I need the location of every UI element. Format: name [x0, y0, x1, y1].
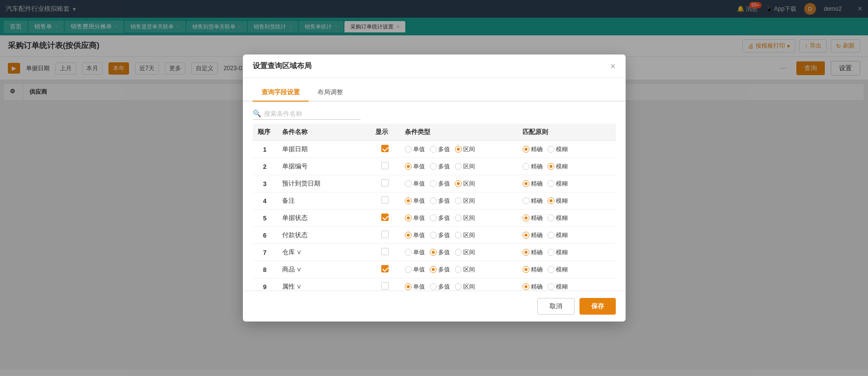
type-radio-单值[interactable]: 单值	[405, 266, 425, 274]
match-radio-模糊[interactable]: 模糊	[548, 180, 568, 188]
type-radio-多值[interactable]: 多值	[430, 283, 450, 291]
row-match-cell: 精确模糊	[518, 278, 616, 291]
display-checkbox[interactable]	[381, 231, 389, 238]
cancel-button[interactable]: 取消	[537, 298, 575, 315]
type-radio-区间[interactable]: 区间	[455, 266, 475, 274]
radio-circle	[548, 232, 554, 239]
row-display-cell	[370, 227, 400, 244]
match-radio-模糊[interactable]: 模糊	[548, 266, 568, 274]
type-radio-多值[interactable]: 多值	[430, 248, 450, 257]
type-radio-多值[interactable]: 多值	[430, 162, 450, 171]
radio-label: 模糊	[556, 231, 568, 240]
match-radio-精确[interactable]: 精确	[523, 248, 543, 257]
type-radio-单值[interactable]: 单值	[405, 214, 425, 222]
row-display-cell	[370, 261, 400, 278]
display-checkbox[interactable]	[381, 282, 389, 290]
match-radio-精确[interactable]: 精确	[523, 231, 543, 240]
type-radio-单值[interactable]: 单值	[405, 283, 425, 291]
radio-label: 精确	[531, 231, 543, 240]
type-radio-多值[interactable]: 多值	[430, 266, 450, 274]
type-radio-单值[interactable]: 单值	[405, 248, 425, 257]
match-radio-精确[interactable]: 精确	[523, 197, 543, 205]
type-radio-单值[interactable]: 单值	[405, 162, 425, 171]
display-checkbox[interactable]	[381, 162, 389, 169]
row-display-cell	[370, 175, 400, 192]
row-type-cell: 单值多值区间	[400, 244, 518, 261]
radio-label: 多值	[438, 145, 450, 154]
radio-label: 精确	[531, 248, 543, 257]
match-radio-模糊[interactable]: 模糊	[548, 162, 568, 171]
search-input[interactable]	[264, 110, 352, 117]
type-radio-多值[interactable]: 多值	[430, 231, 450, 240]
row-type-cell: 单值多值区间	[400, 210, 518, 227]
radio-circle	[430, 232, 437, 239]
match-radio-模糊[interactable]: 模糊	[548, 214, 568, 222]
type-radio-多值[interactable]: 多值	[430, 214, 450, 222]
radio-label: 模糊	[556, 197, 568, 205]
radio-label: 单值	[413, 162, 425, 171]
radio-circle	[548, 180, 554, 187]
radio-circle	[455, 232, 462, 239]
tab-layout-adjust[interactable]: 布局调整	[309, 84, 352, 102]
match-radio-模糊[interactable]: 模糊	[548, 197, 568, 205]
row-display-cell	[370, 141, 400, 158]
match-radio-模糊[interactable]: 模糊	[548, 145, 568, 154]
type-radio-区间[interactable]: 区间	[455, 145, 475, 154]
type-radio-区间[interactable]: 区间	[455, 283, 475, 291]
type-radio-多值[interactable]: 多值	[430, 145, 450, 154]
radio-circle	[455, 197, 462, 204]
table-row: 2单据编号单值多值区间精确模糊	[253, 158, 616, 175]
type-radio-单值[interactable]: 单值	[405, 180, 425, 188]
radio-circle	[405, 283, 412, 290]
col-order: 顺序	[253, 124, 277, 141]
row-order: 1	[253, 141, 277, 158]
row-order: 9	[253, 278, 277, 291]
modal-table-scroll: 顺序 条件名称 显示 条件类型 匹配原则 1单据日期单值多值区间精确模糊2单据编…	[253, 124, 616, 291]
radio-circle	[430, 249, 437, 256]
row-order: 6	[253, 227, 277, 244]
type-radio-区间[interactable]: 区间	[455, 162, 475, 171]
type-radio-多值[interactable]: 多值	[430, 180, 450, 188]
radio-circle	[523, 197, 529, 204]
col-name: 条件名称	[277, 124, 370, 141]
match-radio-模糊[interactable]: 模糊	[548, 248, 568, 257]
type-radio-区间[interactable]: 区间	[455, 231, 475, 240]
match-radio-精确[interactable]: 精确	[523, 162, 543, 171]
radio-circle	[455, 283, 462, 290]
display-checkbox[interactable]	[381, 248, 389, 255]
match-radio-模糊[interactable]: 模糊	[548, 231, 568, 240]
save-button[interactable]: 保存	[579, 298, 616, 315]
match-radio-精确[interactable]: 精确	[523, 145, 543, 154]
match-radio-精确[interactable]: 精确	[523, 283, 543, 291]
row-name: 仓库 ∨	[277, 244, 370, 261]
type-radio-区间[interactable]: 区间	[455, 180, 475, 188]
type-radio-单值[interactable]: 单值	[405, 145, 425, 154]
match-radio-精确[interactable]: 精确	[523, 214, 543, 222]
col-display: 显示	[370, 124, 400, 141]
tab-query-fields[interactable]: 查询字段设置	[253, 84, 309, 102]
radio-label: 单值	[413, 248, 425, 257]
match-radio-精确[interactable]: 精确	[523, 266, 543, 274]
display-checkbox[interactable]	[381, 196, 389, 204]
type-radio-区间[interactable]: 区间	[455, 214, 475, 222]
type-radio-单值[interactable]: 单值	[405, 197, 425, 205]
table-row: 6付款状态单值多值区间精确模糊	[253, 227, 616, 244]
match-radio-模糊[interactable]: 模糊	[548, 283, 568, 291]
type-radio-多值[interactable]: 多值	[430, 197, 450, 205]
radio-circle	[455, 180, 462, 187]
radio-label: 多值	[438, 162, 450, 171]
row-name: 单据状态	[277, 210, 370, 227]
display-checkbox[interactable]	[381, 145, 389, 152]
match-radio-精确[interactable]: 精确	[523, 180, 543, 188]
radio-label: 区间	[463, 145, 475, 154]
display-checkbox[interactable]	[381, 265, 389, 272]
radio-circle	[548, 283, 554, 290]
type-radio-区间[interactable]: 区间	[455, 248, 475, 257]
radio-label: 区间	[463, 231, 475, 240]
display-checkbox[interactable]	[381, 179, 389, 187]
type-radio-单值[interactable]: 单值	[405, 231, 425, 240]
type-radio-区间[interactable]: 区间	[455, 197, 475, 205]
table-row: 4备注单值多值区间精确模糊	[253, 192, 616, 210]
modal-close-button[interactable]: ×	[610, 62, 616, 71]
display-checkbox[interactable]	[381, 214, 389, 221]
